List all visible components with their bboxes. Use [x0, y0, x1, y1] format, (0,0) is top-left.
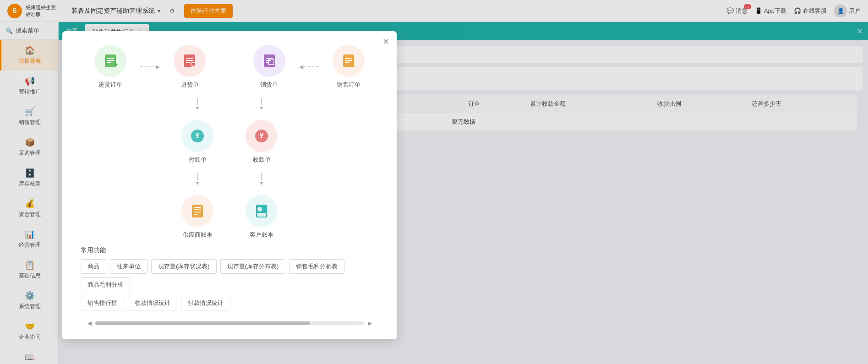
customer-ledger-circle [246, 195, 278, 227]
node-sales-order[interactable]: 销售订单 [319, 45, 378, 89]
common-functions: 常用功能 商品 往来单位 现存量(库存状况表) 现存量(库存分布表) 销售毛利分… [81, 246, 378, 310]
receipt-circle: ¥ [246, 120, 278, 152]
flow-row-2: ¥ 付款单 ¥ 收款单 [81, 120, 378, 164]
btn-partner[interactable]: 往来单位 [110, 259, 147, 274]
btn-stock-dist[interactable]: 现存量(库存分布表) [220, 259, 286, 274]
flow-row-arrows2: ▼ ▼ [81, 173, 378, 186]
scroll-bar: ◀ ▶ [81, 316, 378, 330]
common-buttons-row-1: 商品 往来单位 现存量(库存状况表) 现存量(库存分布表) 销售毛利分析表 商品… [81, 259, 378, 292]
btn-payment-stats[interactable]: 付款情况统计 [181, 296, 230, 310]
purchase-bill-circle: ✓ [174, 45, 206, 77]
btn-sales-profit-analysis[interactable]: 销售毛利分析表 [289, 259, 344, 274]
btn-goods-profit[interactable]: 商品毛利分析 [81, 277, 130, 292]
flow-row-3: 供应商账本 客户账本 [81, 195, 378, 239]
svg-text:¥: ¥ [260, 132, 264, 140]
common-section-title: 常用功能 [81, 246, 378, 255]
dialog-close-btn[interactable]: ✕ [382, 37, 389, 47]
node-supplier-ledger[interactable]: 供应商账本 [168, 195, 227, 239]
btn-goods[interactable]: 商品 [81, 259, 106, 274]
common-buttons-row-2: 销售排行榜 收款情况统计 付款情况统计 [81, 296, 378, 310]
scroll-left-btn[interactable]: ◀ [85, 319, 93, 327]
scroll-right-btn[interactable]: ▶ [366, 319, 374, 327]
node-customer-ledger[interactable]: 客户账本 [232, 195, 291, 239]
sales-bill-circle [253, 45, 285, 77]
svg-text:✓: ✓ [192, 63, 195, 67]
node-payment[interactable]: ¥ 付款单 [168, 120, 227, 164]
arrow-sales-order-to-bill: ◀ [299, 64, 319, 70]
svg-point-30 [257, 207, 262, 212]
svg-rect-31 [257, 213, 266, 217]
svg-text:¥: ¥ [196, 132, 200, 140]
btn-sales-ranking[interactable]: 销售排行榜 [81, 296, 124, 310]
flow-row-arrows: ▼ ▼ [81, 98, 378, 111]
scroll-thumb [95, 321, 310, 325]
purchase-order-circle [94, 45, 126, 77]
node-purchase-order[interactable]: 进货订单 [81, 45, 140, 89]
node-receipt[interactable]: ¥ 收款单 [232, 120, 291, 164]
node-sales-bill[interactable]: 销货单 [240, 45, 299, 89]
btn-receipt-stats[interactable]: 收款情况统计 [128, 296, 177, 310]
flow-chart: 进货订单 ▶ ✓ [81, 45, 378, 239]
payment-circle: ¥ [181, 120, 213, 152]
node-purchase-bill[interactable]: ✓ 进货单 [160, 45, 219, 89]
supplier-ledger-circle [181, 195, 213, 227]
dialog-overlay: ✕ 进货订单 [0, 0, 868, 364]
flow-row-1: 进货订单 ▶ ✓ [81, 45, 378, 89]
btn-stock-status[interactable]: 现存量(库存状况表) [151, 259, 217, 274]
scroll-track[interactable] [95, 321, 364, 325]
arrow-purchase-to-bill: ▶ [140, 64, 160, 70]
flow-dialog: ✕ 进货订单 [62, 31, 397, 339]
sales-order-circle [333, 45, 365, 77]
svg-rect-24 [192, 205, 203, 217]
svg-marker-4 [115, 62, 118, 67]
